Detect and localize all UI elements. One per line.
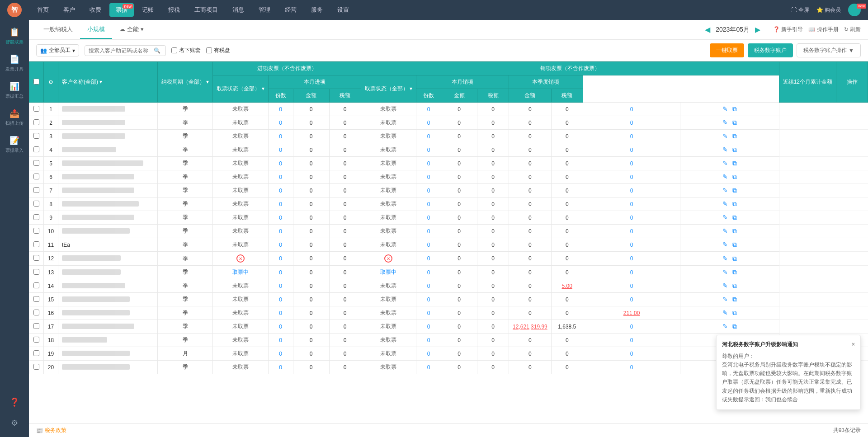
- copy-btn[interactable]: ⧉: [732, 323, 737, 330]
- cumulative-zero-link[interactable]: 0: [630, 364, 633, 371]
- prev-period-btn[interactable]: ◀: [705, 25, 710, 34]
- row-checkbox[interactable]: [33, 174, 39, 179]
- row-checkbox[interactable]: [33, 364, 39, 370]
- nav-service[interactable]: 服务: [305, 3, 329, 17]
- cumulative-zero-link[interactable]: 0: [630, 255, 633, 262]
- row-checkbox[interactable]: [33, 323, 39, 329]
- copy-btn[interactable]: ⧉: [732, 268, 737, 276]
- notification-close-btn[interactable]: ×: [852, 341, 855, 348]
- row-checkbox[interactable]: [33, 282, 39, 288]
- cumulative-zero-link[interactable]: 0: [630, 269, 633, 276]
- copy-btn[interactable]: ⧉: [732, 296, 737, 303]
- cumulative-zero-link[interactable]: 0: [630, 242, 633, 248]
- edit-btn[interactable]: ✎: [722, 323, 728, 330]
- copy-btn[interactable]: ⧉: [732, 146, 737, 153]
- edit-btn[interactable]: ✎: [722, 309, 728, 316]
- edit-btn[interactable]: ✎: [722, 241, 728, 248]
- edit-btn[interactable]: ✎: [722, 200, 728, 207]
- edit-btn[interactable]: ✎: [722, 132, 728, 140]
- fullscreen-btn[interactable]: ⛶ 全屏: [791, 6, 809, 14]
- copy-btn[interactable]: ⧉: [732, 119, 737, 126]
- nav-accounting[interactable]: 记账: [136, 3, 160, 17]
- row-checkbox[interactable]: [33, 201, 39, 207]
- sidebar-item-scan-upload[interactable]: 📤 扫描上传: [2, 105, 27, 130]
- cumulative-zero-link[interactable]: 0: [630, 133, 633, 140]
- has-tax-disk-checkbox[interactable]: [206, 47, 212, 53]
- row-checkbox[interactable]: [33, 337, 39, 343]
- copy-btn[interactable]: ⧉: [732, 105, 737, 113]
- cumulative-zero-link[interactable]: 0: [630, 296, 633, 303]
- row-checkbox[interactable]: [33, 228, 39, 234]
- row-checkbox[interactable]: [33, 146, 39, 152]
- cumulative-zero-link[interactable]: 0: [630, 283, 633, 289]
- sale-amount-highlight[interactable]: 12,621,319.99: [513, 324, 547, 330]
- sidebar-item-open-invoice[interactable]: 📄 发票开具: [2, 51, 27, 76]
- sidebar-item-invoice-summary[interactable]: 📊 票据汇总: [2, 78, 27, 103]
- edit-btn[interactable]: ✎: [722, 173, 728, 180]
- one-key-invoice-btn[interactable]: 一键取票: [710, 43, 744, 57]
- copy-btn[interactable]: ⧉: [732, 255, 737, 262]
- cumulative-zero-link[interactable]: 0: [630, 324, 633, 330]
- row-checkbox[interactable]: [33, 106, 39, 112]
- row-checkbox[interactable]: [33, 187, 39, 193]
- search-icon[interactable]: 🔍: [154, 47, 160, 54]
- nav-message[interactable]: 消息: [226, 3, 250, 17]
- digital-account-ops-btn[interactable]: 税务数字账户操作 ▼: [797, 43, 861, 57]
- edit-btn[interactable]: ✎: [722, 214, 728, 221]
- cumulative-zero-link[interactable]: 0: [630, 228, 633, 235]
- tab-small-scale[interactable]: 小规模: [80, 21, 112, 39]
- cumulative-zero-link[interactable]: 0: [630, 351, 633, 357]
- edit-btn[interactable]: ✎: [722, 227, 728, 235]
- row-checkbox[interactable]: [33, 241, 39, 247]
- edit-btn[interactable]: ✎: [722, 268, 728, 276]
- edit-btn[interactable]: ✎: [722, 160, 728, 167]
- sidebar-item-help[interactable]: ❓: [2, 394, 27, 411]
- cumulative-zero-link[interactable]: 0: [630, 160, 633, 167]
- row-checkbox[interactable]: [33, 350, 39, 356]
- nav-settings[interactable]: 设置: [331, 3, 355, 17]
- nav-operations[interactable]: 经营: [278, 3, 303, 17]
- cumulative-zero-link[interactable]: 0: [630, 174, 633, 180]
- row-checkbox[interactable]: [33, 119, 39, 125]
- row-checkbox[interactable]: [33, 310, 39, 315]
- has-tax-disk-checkbox-label[interactable]: 有税盘: [206, 47, 230, 54]
- tab-all-capability[interactable]: ☁ 全能 ▾: [112, 21, 151, 39]
- copy-btn[interactable]: ⧉: [732, 214, 737, 221]
- select-all-checkbox[interactable]: [33, 79, 39, 85]
- cumulative-zero-link[interactable]: 0: [630, 188, 633, 194]
- cumulative-zero-link[interactable]: 0: [630, 337, 633, 343]
- copy-btn[interactable]: ⧉: [732, 173, 737, 180]
- row-checkbox[interactable]: [33, 160, 39, 166]
- copy-btn[interactable]: ⧉: [732, 132, 737, 140]
- nav-billing[interactable]: 收费: [83, 3, 108, 17]
- nav-invoice[interactable]: 票据 new: [109, 3, 134, 17]
- copy-btn[interactable]: ⧉: [732, 309, 737, 316]
- copy-btn[interactable]: ⧉: [732, 227, 737, 235]
- edit-btn[interactable]: ✎: [722, 187, 728, 194]
- next-period-btn[interactable]: ▶: [755, 25, 760, 34]
- edit-btn[interactable]: ✎: [722, 296, 728, 303]
- copy-btn[interactable]: ⧉: [732, 241, 737, 248]
- row-checkbox[interactable]: [33, 214, 39, 220]
- tab-general-taxpayer[interactable]: 一般纳税人: [36, 21, 80, 39]
- cumulative-zero-link[interactable]: 0: [630, 201, 633, 207]
- edit-btn[interactable]: ✎: [722, 146, 728, 153]
- manual-btn[interactable]: 📖 操作手册: [808, 26, 838, 33]
- new-guide-btn[interactable]: ❓ 新手引导: [773, 26, 803, 33]
- edit-btn[interactable]: ✎: [722, 255, 728, 262]
- member-btn[interactable]: ⭐ 购会员: [816, 6, 841, 14]
- tax-policy-link[interactable]: 📰 税务政策: [36, 427, 66, 434]
- down-account-checkbox[interactable]: [171, 47, 177, 53]
- copy-btn[interactable]: ⧉: [732, 187, 737, 194]
- employee-filter[interactable]: 👥 全部员工 ▾: [36, 44, 79, 56]
- row-checkbox[interactable]: [33, 133, 39, 139]
- sale-tax-highlight[interactable]: 5.00: [562, 283, 572, 289]
- nav-tax[interactable]: 报税: [162, 3, 186, 17]
- row-checkbox[interactable]: [33, 296, 39, 302]
- nav-admin[interactable]: 管理: [252, 3, 277, 17]
- copy-btn[interactable]: ⧉: [732, 160, 737, 167]
- copy-btn[interactable]: ⧉: [732, 200, 737, 207]
- row-checkbox[interactable]: [33, 269, 39, 275]
- search-input[interactable]: [89, 47, 152, 54]
- sidebar-item-settings-bottom[interactable]: ⚙: [2, 414, 27, 432]
